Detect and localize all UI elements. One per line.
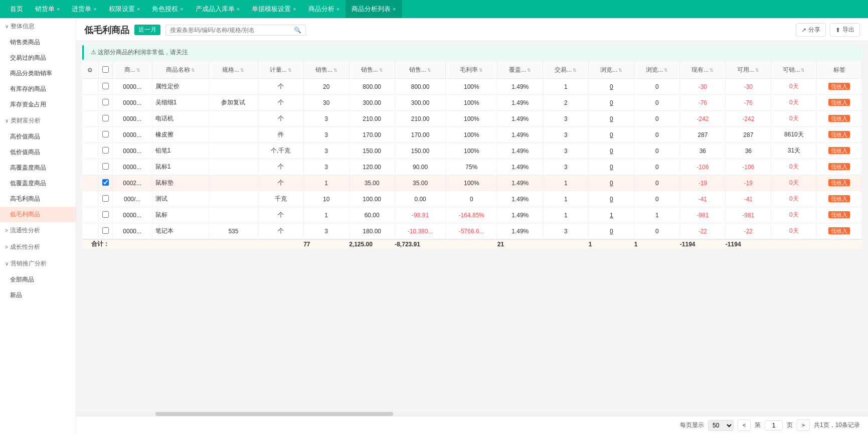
sort-spec-icon[interactable]: ⇅ — [240, 68, 244, 73]
cell-browse1[interactable]: 0 — [589, 95, 634, 111]
search-input[interactable] — [170, 27, 294, 34]
search-icon[interactable]: 🔍 — [294, 27, 301, 34]
sidebar-item-低毛利商品[interactable]: 低毛利商品 — [0, 207, 76, 222]
sidebar-item-商品分类助销率[interactable]: 商品分类助销率 — [0, 66, 76, 81]
sidebar-section-类财富分析[interactable]: ∨类财富分析 — [0, 112, 76, 129]
sidebar-item-新品[interactable]: 新品 — [0, 287, 76, 303]
nav-item-销货单[interactable]: 销货单× — [29, 0, 66, 18]
nav-item-权限设置[interactable]: 权限设置× — [103, 0, 146, 18]
cell-spec — [209, 111, 258, 127]
row-checkbox[interactable] — [102, 163, 109, 170]
close-tab-icon[interactable]: × — [336, 6, 339, 12]
share-icon: ↗ — [801, 27, 806, 34]
nav-item-商品分析列表[interactable]: 商品分析列表× — [345, 0, 402, 18]
cell-browse1[interactable]: 0 — [589, 159, 634, 175]
cell-browse1[interactable]: 1 — [589, 207, 634, 223]
sort-name-icon[interactable]: ⇅ — [191, 68, 195, 73]
cell-available: 287 — [726, 127, 771, 143]
close-tab-icon[interactable]: × — [137, 6, 140, 12]
select-all-checkbox[interactable] — [102, 66, 109, 73]
nav-item-角色授权[interactable]: 角色授权× — [146, 0, 189, 18]
cell-saleable: 0天 — [771, 79, 817, 95]
sort-sale-icon[interactable]: ⇅ — [801, 68, 805, 73]
close-tab-icon[interactable]: × — [237, 6, 240, 12]
nav-item-商品分析[interactable]: 商品分析× — [302, 0, 345, 18]
sort-b1-icon[interactable]: ⇅ — [618, 68, 622, 73]
sidebar-item-高覆盖度商品[interactable]: 高覆盖度商品 — [0, 160, 76, 176]
sort-sq-icon[interactable]: ⇅ — [333, 68, 337, 73]
date-filter-btn[interactable]: 近一月 — [134, 25, 160, 35]
cell-code: 0000... — [112, 127, 152, 143]
row-checkbox[interactable] — [102, 83, 109, 89]
sort-code-icon[interactable]: ⇅ — [136, 68, 140, 73]
per-page-select[interactable]: 50 100 200 — [708, 420, 734, 431]
cell-name: 电话机 — [152, 111, 209, 127]
page-number-input[interactable] — [765, 420, 783, 430]
cell-browse1[interactable]: 0 — [589, 191, 634, 207]
sidebar-section-营销推广分析[interactable]: ∨营销推广分析 — [0, 255, 76, 272]
row-checkbox[interactable] — [102, 179, 109, 186]
sidebar-section-整体信息[interactable]: ∨整体信息 — [0, 18, 76, 35]
sidebar-item-高价值商品[interactable]: 高价值商品 — [0, 129, 76, 144]
sidebar-item-有库存的商品[interactable]: 有库存的商品 — [0, 81, 76, 97]
sidebar-item-全部商品[interactable]: 全部商品 — [0, 272, 76, 287]
cell-gross-margin: 100% — [446, 143, 497, 159]
cell-browse1[interactable]: 0 — [589, 175, 634, 191]
sidebar-section-成长性分析[interactable]: >成长性分析 — [0, 239, 76, 255]
cell-coverage: 1.49% — [497, 95, 543, 111]
sort-unit-icon[interactable]: ⇅ — [288, 68, 292, 73]
row-checkbox[interactable] — [102, 131, 109, 137]
row-checkbox[interactable] — [102, 99, 109, 105]
sort-cur-icon[interactable]: ⇅ — [710, 68, 714, 73]
cell-saleable: 0天 — [771, 95, 817, 111]
cell-transaction: 3 — [543, 223, 589, 240]
cell-browse1[interactable]: 0 — [589, 223, 634, 240]
sort-cov-icon[interactable]: ⇅ — [527, 68, 531, 73]
close-tab-icon[interactable]: × — [57, 6, 60, 12]
nav-item-首页[interactable]: 首页 — [4, 0, 29, 18]
close-tab-icon[interactable]: × — [93, 6, 96, 12]
cell-saleable: 0天 — [771, 111, 817, 127]
sort-avail-icon[interactable]: ⇅ — [755, 68, 759, 73]
nav-item-进货单[interactable]: 进货单× — [66, 0, 102, 18]
sort-sp-icon[interactable]: ⇅ — [379, 68, 383, 73]
sidebar-item-低覆盖度商品[interactable]: 低覆盖度商品 — [0, 176, 76, 191]
cell-coverage: 1.49% — [497, 175, 543, 191]
sidebar-item-库存资金占用[interactable]: 库存资金占用 — [0, 97, 76, 112]
cell-spec — [209, 143, 258, 159]
sidebar-item-销售类商品[interactable]: 销售类商品 — [0, 35, 76, 50]
sort-tx-icon[interactable]: ⇅ — [573, 68, 577, 73]
col-saleable: 可销...⇅ — [771, 62, 817, 79]
cell-available: -981 — [726, 207, 771, 223]
sidebar-item-高毛利商品[interactable]: 高毛利商品 — [0, 191, 76, 207]
row-checkbox[interactable] — [102, 147, 109, 154]
cell-browse1[interactable]: 0 — [589, 79, 634, 95]
sort-sa-icon[interactable]: ⇅ — [427, 68, 431, 73]
prev-page-btn[interactable]: ＜ — [738, 419, 751, 431]
nav-item-产成品入库单[interactable]: 产成品入库单× — [190, 0, 246, 18]
close-tab-icon[interactable]: × — [180, 6, 183, 12]
export-button[interactable]: ⬆ 导出 — [830, 23, 860, 37]
row-checkbox[interactable] — [102, 227, 109, 234]
col-settings[interactable]: ⚙ — [82, 62, 98, 79]
cell-code: 0000... — [112, 79, 152, 95]
row-checkbox[interactable] — [102, 195, 109, 202]
cell-browse1[interactable]: 0 — [589, 127, 634, 143]
header-actions: ↗ 分享 ⬆ 导出 — [796, 23, 860, 37]
sidebar-item-交易过的商品[interactable]: 交易过的商品 — [0, 50, 76, 66]
row-checkbox[interactable] — [102, 115, 109, 121]
row-checkbox[interactable] — [102, 211, 109, 218]
cell-browse1[interactable]: 0 — [589, 111, 634, 127]
sort-gm-icon[interactable]: ⇅ — [479, 68, 483, 73]
nav-item-单据模板设置[interactable]: 单据模板设置× — [246, 0, 302, 18]
next-page-btn[interactable]: ＞ — [797, 419, 810, 431]
col-code: 商...⇅ — [112, 62, 152, 79]
sidebar-item-低价值商品[interactable]: 低价值商品 — [0, 144, 76, 160]
sort-b2-icon[interactable]: ⇅ — [664, 68, 668, 73]
data-table: ⚙ 商...⇅ 商品名称⇅ 规格...⇅ 计量...⇅ 销售...⇅ 销售...… — [82, 62, 862, 248]
sidebar-section-流通性分析[interactable]: >流通性分析 — [0, 222, 76, 239]
close-tab-icon[interactable]: × — [293, 6, 296, 12]
close-tab-icon[interactable]: × — [393, 6, 396, 12]
cell-browse1[interactable]: 0 — [589, 143, 634, 159]
share-button[interactable]: ↗ 分享 — [796, 23, 826, 37]
